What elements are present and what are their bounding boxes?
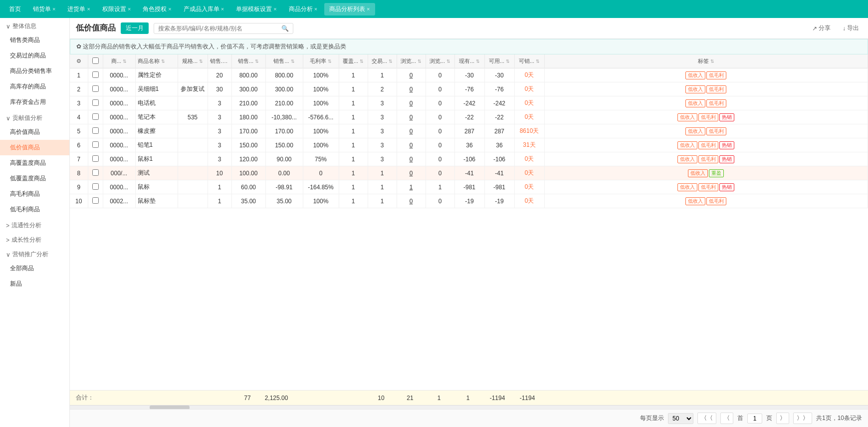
row-browse1[interactable]: 0: [397, 68, 426, 82]
sidebar-item-low-value[interactable]: 低价值商品: [0, 140, 69, 155]
sidebar-group-growth[interactable]: > 成长性分析: [0, 232, 69, 246]
nav-permissions[interactable]: 权限设置 ×: [97, 3, 136, 15]
row-check[interactable]: [88, 180, 103, 194]
nav-permissions-close[interactable]: ×: [128, 6, 131, 12]
col-coverage-header[interactable]: 覆盖... ⇅: [339, 54, 368, 68]
col-saleamount-header[interactable]: 销售... ⇅: [265, 54, 303, 68]
col-stock1-header[interactable]: 现有... ⇅: [454, 54, 484, 68]
sidebar-item-high-value[interactable]: 高价值商品: [0, 124, 69, 140]
search-input[interactable]: [158, 25, 281, 32]
sidebar-item-high-margin[interactable]: 高毛利商品: [0, 186, 69, 202]
browse1-value[interactable]: 0: [410, 198, 413, 205]
filter-period-button[interactable]: 近一月: [121, 22, 149, 34]
sidebar-item-high-stock[interactable]: 高库存的商品: [0, 79, 69, 94]
col-stock2-header[interactable]: 可用... ⇅: [484, 54, 514, 68]
sidebar-group-contribution[interactable]: ∨ 贡献值分析: [0, 110, 69, 124]
last-page-button[interactable]: 〉〉: [793, 413, 812, 424]
sidebar-item-all-goods[interactable]: 全部商品: [0, 261, 69, 276]
first-page-button[interactable]: 〈〈: [697, 413, 716, 424]
row-browse1[interactable]: 0: [397, 124, 426, 138]
col-check-header[interactable]: [88, 54, 103, 68]
browse1-value[interactable]: 0: [410, 114, 413, 121]
browse1-value[interactable]: 0: [410, 128, 413, 135]
row-check[interactable]: [88, 124, 103, 138]
col-salable-header[interactable]: 可销... ⇅: [514, 54, 544, 68]
nav-sales[interactable]: 销货单 ×: [28, 3, 60, 15]
nav-sales-close[interactable]: ×: [52, 6, 55, 12]
sidebar-item-low-coverage[interactable]: 低覆盖度商品: [0, 171, 69, 186]
row-checkbox[interactable]: [92, 141, 99, 148]
prev-page-button[interactable]: 〈: [720, 413, 733, 424]
nav-roles[interactable]: 角色授权 ×: [138, 3, 176, 15]
row-check[interactable]: [88, 82, 103, 96]
nav-analysis-list[interactable]: 商品分析列表 ×: [324, 3, 375, 15]
sidebar-item-stock-capital[interactable]: 库存资金占用: [0, 94, 69, 110]
row-checkbox[interactable]: [92, 127, 99, 134]
nav-template[interactable]: 单据模板设置 ×: [231, 3, 281, 15]
per-page-select[interactable]: 50 100 200: [668, 413, 693, 424]
row-browse1[interactable]: 1: [397, 180, 426, 194]
col-settings-header[interactable]: ⚙: [70, 54, 88, 68]
browse1-value[interactable]: 0: [410, 142, 413, 149]
next-page-button[interactable]: 〉: [776, 413, 789, 424]
sidebar-group-marketing[interactable]: ∨ 营销推广分析: [0, 246, 69, 261]
export-button[interactable]: ↓ 导出: [840, 22, 862, 34]
sidebar-group-overview[interactable]: ∨ 整体信息: [0, 18, 69, 32]
row-check[interactable]: [88, 110, 103, 124]
horizontal-scrollbar[interactable]: [70, 405, 868, 409]
row-check[interactable]: [88, 194, 103, 208]
col-tags-header[interactable]: 标签 ⇅: [544, 54, 868, 68]
current-page-input[interactable]: [747, 414, 762, 424]
row-check[interactable]: [88, 68, 103, 82]
col-trade-header[interactable]: 交易... ⇅: [368, 54, 397, 68]
nav-home[interactable]: 首页: [4, 3, 26, 15]
select-all-checkbox[interactable]: [92, 57, 99, 64]
row-checkbox[interactable]: [92, 197, 99, 204]
row-browse1[interactable]: 0: [397, 138, 426, 152]
row-checkbox[interactable]: [92, 85, 99, 92]
col-code-header[interactable]: 商... ⇅: [103, 54, 135, 68]
row-browse1[interactable]: 0: [397, 166, 426, 180]
row-browse1[interactable]: 0: [397, 82, 426, 96]
row-browse1[interactable]: 0: [397, 96, 426, 110]
row-browse1[interactable]: 0: [397, 152, 426, 166]
row-check[interactable]: [88, 166, 103, 180]
row-checkbox[interactable]: [92, 99, 99, 106]
sidebar-item-sales-goods[interactable]: 销售类商品: [0, 32, 69, 48]
col-browse2-header[interactable]: 浏览... ⇅: [426, 54, 454, 68]
sidebar-item-category-sales[interactable]: 商品分类销售率: [0, 63, 69, 79]
col-gross-header[interactable]: 毛利率 ⇅: [303, 54, 339, 68]
browse1-value[interactable]: 0: [410, 86, 413, 93]
row-check[interactable]: [88, 152, 103, 166]
nav-stock-in-close[interactable]: ×: [221, 6, 224, 12]
nav-product-analysis-close[interactable]: ×: [314, 6, 317, 12]
row-checkbox[interactable]: [92, 113, 99, 120]
row-checkbox[interactable]: [92, 169, 99, 176]
row-checkbox[interactable]: [92, 155, 99, 162]
row-checkbox[interactable]: [92, 71, 99, 78]
browse1-value[interactable]: 0: [410, 170, 413, 177]
col-saleqty-header[interactable]: 销售... ⇅: [208, 54, 231, 68]
browse1-value[interactable]: 0: [410, 156, 413, 163]
browse1-value[interactable]: 1: [410, 184, 413, 191]
col-name-header[interactable]: 商品名称 ⇅: [135, 54, 178, 68]
row-browse1[interactable]: 0: [397, 110, 426, 124]
col-browse1-header[interactable]: 浏览... ⇅: [397, 54, 426, 68]
browse1-value[interactable]: 0: [410, 100, 413, 107]
nav-roles-close[interactable]: ×: [168, 6, 171, 12]
col-saleprice-header[interactable]: 销售... ⇅: [231, 54, 265, 68]
nav-purchase-close[interactable]: ×: [87, 6, 90, 12]
browse1-value[interactable]: 0: [410, 72, 413, 79]
row-browse1[interactable]: 0: [397, 194, 426, 208]
sidebar-item-traded[interactable]: 交易过的商品: [0, 48, 69, 63]
sidebar-item-new-goods[interactable]: 新品: [0, 276, 69, 292]
nav-template-close[interactable]: ×: [273, 6, 276, 12]
search-icon[interactable]: 🔍: [281, 25, 289, 32]
row-check[interactable]: [88, 138, 103, 152]
nav-product-analysis[interactable]: 商品分析 ×: [284, 3, 322, 15]
sidebar-item-low-margin[interactable]: 低毛利商品: [0, 202, 69, 217]
sidebar-group-circulation[interactable]: > 流通性分析: [0, 217, 69, 232]
row-checkbox[interactable]: [92, 183, 99, 190]
nav-stock-in[interactable]: 产成品入库单 ×: [179, 3, 229, 15]
col-spec-header[interactable]: 规格... ⇅: [178, 54, 208, 68]
